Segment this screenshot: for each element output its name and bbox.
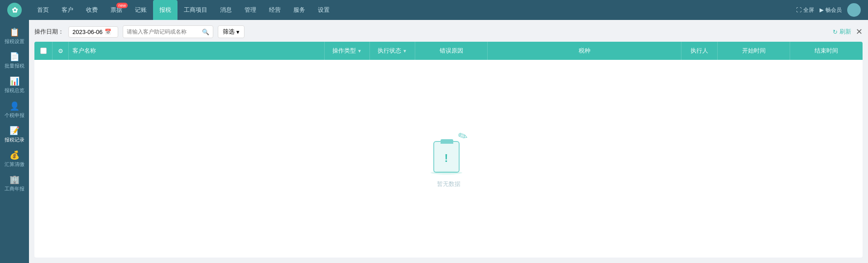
date-input[interactable]: 2023-06-06 📅 [68,26,118,38]
sidebar-item-annual-settlement[interactable]: 💰 汇算清缴 [0,146,29,171]
close-button[interactable]: ✕ [856,28,863,36]
th-error: 错误原因 [415,42,488,60]
sidebar-item-tax-settings[interactable]: 📋 报税设置 [0,24,29,48]
top-navigation: ✿ 首页 客户 收费 票据 new 记账 报税 工商项目 消息 管理 经营 服务… [0,0,868,20]
nav-item-industry[interactable]: 工商项目 [177,0,214,20]
header-checkbox[interactable] [40,48,47,54]
sidebar-label-batch-tax: 批量报税 [5,63,24,69]
search-input-wrap[interactable]: 🔍 [123,25,213,38]
nav-item-bookkeeping[interactable]: 记账 [129,0,153,20]
sidebar-item-tax-record[interactable]: 📝 报税记录 [0,122,29,146]
search-icon: 🔍 [202,29,209,35]
fullscreen-button[interactable]: ⛶ 全屏 [796,6,814,14]
date-value: 2023-06-06 [72,29,103,35]
sidebar: 📋 报税设置 📄 批量报税 📊 报税总览 👤 个税申报 📝 报税记录 💰 汇算清… [0,20,29,263]
empty-illustration: ✏ ! [426,129,471,175]
chevron-down-icon: ▾ [236,29,240,35]
top-nav-right: ⛶ 全屏 ▶ 畅会员 [796,3,861,17]
member-button[interactable]: ▶ 畅会员 [820,6,842,14]
table-header: ⚙ 客户名称 操作类型 ▼ 执行状态 ▼ 错误原因 税种 [34,42,863,60]
nav-item-operation[interactable]: 经营 [263,0,287,20]
user-avatar[interactable] [847,3,861,17]
sort-icon-status: ▼ [403,49,407,54]
th-endtime: 结束时间 [790,42,863,60]
th-settings[interactable]: ⚙ [53,42,69,60]
sidebar-item-batch-tax[interactable]: 📄 批量报税 [0,48,29,73]
app-logo[interactable]: ✿ [7,3,22,17]
personal-tax-icon: 👤 [10,101,19,111]
annual-report-icon: 🏢 [10,175,19,185]
th-checkbox[interactable] [34,42,53,60]
th-customer: 客户名称 [69,42,325,60]
filter-label: 筛选 [223,28,235,36]
table-body-empty: ✏ ! 暂无数据 [34,60,863,258]
nav-item-customer[interactable]: 客户 [55,0,80,20]
batch-tax-icon: 📄 [10,52,19,62]
nav-items: 首页 客户 收费 票据 new 记账 报税 工商项目 消息 管理 经营 服务 设… [31,0,796,20]
refresh-button[interactable]: ↻ 刷新 [833,28,851,36]
th-status: 执行状态 ▼ [370,42,415,60]
th-optype: 操作类型 ▼ [325,42,370,60]
clipboard-icon: ! [433,141,460,173]
nav-item-tax[interactable]: 报税 [153,0,177,20]
tax-overview-icon: 📊 [10,76,19,86]
main-layout: 📋 报税设置 📄 批量报税 📊 报税总览 👤 个税申报 📝 报税记录 💰 汇算清… [0,20,868,263]
sidebar-item-personal-tax[interactable]: 👤 个税申报 [0,97,29,122]
th-starttime: 开始时间 [718,42,790,60]
sort-icon-optype: ▼ [357,49,362,54]
sidebar-label-personal-tax: 个税申报 [5,112,24,118]
fullscreen-icon: ⛶ [796,7,801,13]
nav-item-invoice[interactable]: 票据 new [104,0,129,20]
th-executor: 执行人 [681,42,718,60]
th-tax: 税种 [488,42,681,60]
table: ⚙ 客户名称 操作类型 ▼ 执行状态 ▼ 错误原因 税种 [34,42,863,258]
date-label: 操作日期： [34,28,64,36]
refresh-icon: ↻ [833,29,838,35]
logo-icon: ✿ [12,6,18,15]
settings-icon: ⚙ [58,48,63,54]
nav-item-fee[interactable]: 收费 [80,0,104,20]
nav-item-settings[interactable]: 设置 [312,0,336,20]
sidebar-label-tax-settings: 报税设置 [5,39,24,44]
empty-text: 暂无数据 [437,180,460,188]
nav-item-service[interactable]: 服务 [287,0,312,20]
sidebar-item-annual-report[interactable]: 🏢 工商年报 [0,171,29,195]
content-area: 操作日期： 2023-06-06 📅 🔍 筛选 ▾ ↻ 刷新 ✕ [29,20,868,263]
tax-settings-icon: 📋 [10,27,19,37]
sidebar-label-annual-settlement: 汇算清缴 [5,161,24,167]
sidebar-label-tax-record: 报税记录 [5,137,24,143]
filter-button[interactable]: 筛选 ▾ [218,25,245,38]
sidebar-label-tax-overview: 报税总览 [5,88,24,93]
toolbar: 操作日期： 2023-06-06 📅 🔍 筛选 ▾ ↻ 刷新 ✕ [34,25,863,38]
new-badge: new [116,3,128,8]
nav-item-home[interactable]: 首页 [31,0,55,20]
play-icon: ▶ [820,7,824,13]
calendar-icon: 📅 [105,29,111,35]
sidebar-item-tax-overview[interactable]: 📊 报税总览 [0,73,29,97]
sidebar-label-annual-report: 工商年报 [5,186,24,192]
search-input[interactable] [127,29,202,35]
toolbar-right: ↻ 刷新 ✕ [833,28,863,36]
nav-item-manage[interactable]: 管理 [238,0,263,20]
tax-record-icon: 📝 [10,126,19,136]
nav-item-message[interactable]: 消息 [214,0,238,20]
annual-settlement-icon: 💰 [10,150,19,160]
exclamation-icon: ! [445,152,448,165]
